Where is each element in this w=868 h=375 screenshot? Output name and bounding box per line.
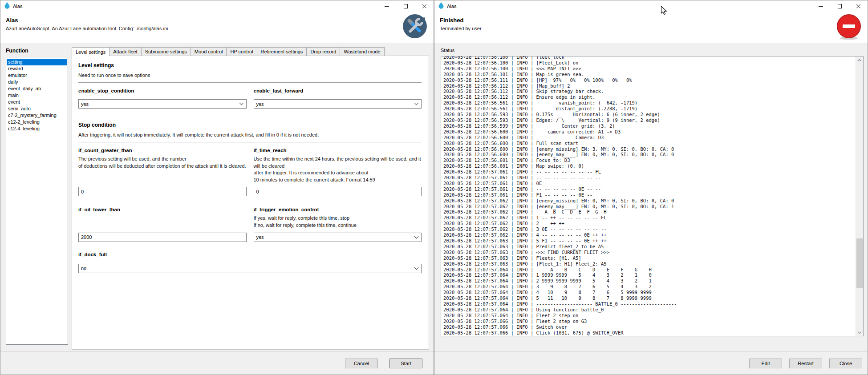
function-sidebar: Function settingrewardemulatordailyevent… bbox=[0, 43, 68, 351]
sidebar-item-setting[interactable]: setting bbox=[7, 59, 67, 65]
if-dock-full-select[interactable]: no bbox=[78, 264, 422, 273]
if-oil-lower-than-input[interactable] bbox=[78, 233, 247, 242]
if-trigger-emotion-control-select[interactable]: yes bbox=[254, 233, 422, 242]
log-line: 2020-05-28 12:07:56.600 | INFO | Full sc… bbox=[443, 141, 856, 146]
settings-window: Alas Alas AzurLaneAutoScript, An Azur La… bbox=[0, 0, 434, 375]
log-line: 2020-05-28 12:07:57.061 | INFO | -- -- -… bbox=[443, 169, 856, 175]
log-line: 2020-05-28 12:07:57.066 | INFO | Switch … bbox=[443, 324, 856, 330]
chevron-down-icon bbox=[414, 234, 419, 238]
sidebar-item-c7-2-mystery-farming[interactable]: c7-2_mystery_farming bbox=[7, 112, 67, 119]
log-line: 2020-05-28 12:07:56.111 | INFO | [HP] 97… bbox=[443, 77, 856, 83]
tab-hp-control[interactable]: HP control bbox=[226, 47, 257, 56]
log-line: 2020-05-28 12:07:57.063 | INFO | <<< FIN… bbox=[443, 250, 856, 255]
log-line: 2020-05-28 12:07:56.561 | INFO | distant… bbox=[443, 106, 856, 112]
select-value: yes bbox=[256, 234, 264, 240]
log-line: 2020-05-28 12:07:57.061 | INFO | 0E -- -… bbox=[443, 181, 856, 186]
tab-wasteland-mode[interactable]: Wasteland mode bbox=[340, 47, 384, 56]
sidebar-item-reward[interactable]: reward bbox=[7, 65, 67, 72]
titlebar[interactable]: Alas bbox=[434, 0, 868, 12]
log-line: 2020-05-28 12:07:56.601 | INFO | Focus t… bbox=[443, 157, 856, 163]
alas-droplet-icon bbox=[438, 2, 444, 11]
settings-content: Function settingrewardemulatordailyevent… bbox=[0, 43, 434, 351]
cancel-button[interactable]: Cancel bbox=[345, 359, 378, 368]
sidebar-item-c12-2-leveling[interactable]: c12-2_leveling bbox=[7, 119, 67, 125]
app-header-title: Alas bbox=[6, 17, 428, 24]
start-button[interactable]: Start bbox=[389, 359, 422, 368]
sidebar-item-c12-4-leveling[interactable]: c12-4_leveling bbox=[7, 125, 67, 132]
alas-droplet-icon bbox=[4, 2, 10, 11]
sidebar-item-emulator[interactable]: emulator bbox=[7, 72, 67, 79]
label-if-oil-lower-than: if_oil_lower_than bbox=[78, 207, 247, 212]
select-value: yes bbox=[256, 101, 264, 107]
tab-level-settings[interactable]: Level settings bbox=[72, 47, 110, 56]
minimize-icon bbox=[819, 6, 823, 7]
stop-sign-icon bbox=[836, 13, 862, 42]
sidebar-item-event-daily-ab[interactable]: event_daily_ab bbox=[7, 85, 67, 92]
enable-fast-forward-select[interactable]: yes bbox=[254, 99, 422, 109]
maximize-button[interactable] bbox=[830, 0, 849, 12]
label-if-count-greater-than: if_count_greater_than bbox=[78, 148, 247, 153]
log-line: 2020-05-28 12:07:57.064 | INFO | Using f… bbox=[443, 307, 856, 313]
restart-button[interactable]: Restart bbox=[789, 359, 822, 368]
log-line: 2020-05-28 12:07:57.062 | INFO | 3 0E --… bbox=[443, 226, 856, 232]
sidebar-item-event[interactable]: event bbox=[7, 99, 67, 105]
divider bbox=[78, 82, 422, 83]
scroll-down-button[interactable] bbox=[856, 328, 863, 336]
tab-submarine-settings[interactable]: Submarine settings bbox=[141, 47, 191, 56]
sidebar-item-semi-auto[interactable]: semi_auto bbox=[7, 105, 67, 112]
log-line: 2020-05-28 12:07:57.066 | INFO | Click (… bbox=[443, 330, 856, 336]
function-list[interactable]: settingrewardemulatordailyevent_daily_ab… bbox=[6, 58, 68, 345]
status-content: Status 2020-05-28 12:07:56.100 | INFO | … bbox=[434, 43, 868, 351]
titlebar[interactable]: Alas bbox=[0, 0, 434, 12]
window-title: Alas bbox=[13, 4, 22, 9]
tab-mood-control[interactable]: Mood control bbox=[191, 47, 227, 56]
status-footer: Edit Restart Close bbox=[434, 351, 868, 375]
if-count-greater-than-input[interactable] bbox=[78, 187, 247, 196]
log-line: 2020-05-28 12:07:57.062 | INFO | A B C D… bbox=[443, 209, 856, 215]
maximize-icon bbox=[404, 4, 408, 8]
close-button[interactable] bbox=[849, 0, 868, 12]
log-content: 2020-05-28 12:07:56.100 | INFO | fleet_l… bbox=[441, 56, 856, 336]
log-line: 2020-05-28 12:07:57.064 | INFO | 5 11 10… bbox=[443, 295, 856, 301]
scroll-up-button[interactable] bbox=[856, 56, 863, 64]
chevron-down-icon bbox=[858, 330, 861, 333]
if-time-reach-input[interactable] bbox=[254, 187, 422, 196]
log-line: 2020-05-28 12:07:57.062 | INFO | 1 -- ++… bbox=[443, 215, 856, 221]
log-line: 2020-05-28 12:07:56.100 | INFO | [Fleet_… bbox=[443, 60, 856, 66]
log-line: 2020-05-28 12:07:56.101 | INFO | Map is … bbox=[443, 72, 856, 77]
chevron-down-icon bbox=[239, 101, 243, 105]
minimize-button[interactable] bbox=[811, 0, 830, 12]
settings-footer: Cancel Start bbox=[0, 351, 434, 375]
scrollbar-thumb[interactable] bbox=[856, 238, 863, 288]
app-header-subtitle: AzurLaneAutoScript, An Azur Lane automat… bbox=[6, 26, 428, 31]
select-value: yes bbox=[81, 101, 89, 107]
maximize-button[interactable] bbox=[396, 0, 415, 12]
help-if-trigger-emotion-control: If yes, wait for reply, complete this ti… bbox=[254, 215, 422, 229]
log-box[interactable]: 2020-05-28 12:07:56.100 | INFO | fleet_l… bbox=[441, 56, 864, 336]
tab-bar[interactable]: Level settingsAttack fleetSubmarine sett… bbox=[72, 47, 429, 56]
log-line: 2020-05-28 12:07:57.064 | INFO | 3 9 8 7… bbox=[443, 284, 856, 290]
tab-retirement-settings[interactable]: Retirement settings bbox=[257, 47, 307, 56]
close-button[interactable] bbox=[415, 0, 434, 12]
chevron-down-icon bbox=[414, 265, 419, 270]
log-line: 2020-05-28 12:07:56.112 | INFO | Skip st… bbox=[443, 89, 856, 94]
section-desc-level-settings: Need to run once to save options bbox=[78, 73, 422, 78]
close-action-button[interactable]: Close bbox=[829, 359, 862, 368]
section-title-stop-condition: Stop condition bbox=[78, 122, 422, 128]
sidebar-item-main[interactable]: main bbox=[7, 92, 67, 99]
chevron-down-icon bbox=[414, 101, 419, 105]
sidebar-item-daily[interactable]: daily bbox=[7, 79, 67, 85]
log-scrollbar[interactable] bbox=[856, 56, 863, 336]
log-line: 2020-05-28 12:07:57.064 | INFO | -------… bbox=[443, 301, 856, 307]
tab-attack-fleet[interactable]: Attack fleet bbox=[109, 47, 141, 56]
label-if-time-reach: if_time_reach bbox=[254, 148, 422, 153]
edit-button[interactable]: Edit bbox=[749, 359, 782, 368]
label-if-trigger-emotion-control: if_trigger_emotion_control bbox=[254, 207, 422, 212]
minimize-button[interactable] bbox=[377, 0, 396, 12]
log-line: 2020-05-28 12:07:57.064 | INFO | 1 9999 … bbox=[443, 272, 856, 278]
log-line: 2020-05-28 12:07:56.601 | INFO | Map swi… bbox=[443, 163, 856, 169]
enable-stop-condition-select[interactable]: yes bbox=[78, 99, 247, 109]
log-line: 2020-05-28 12:07:56.600 | INFO | Camera:… bbox=[443, 135, 856, 141]
close-icon bbox=[856, 4, 861, 9]
tab-drop-record[interactable]: Drop record bbox=[306, 47, 340, 56]
